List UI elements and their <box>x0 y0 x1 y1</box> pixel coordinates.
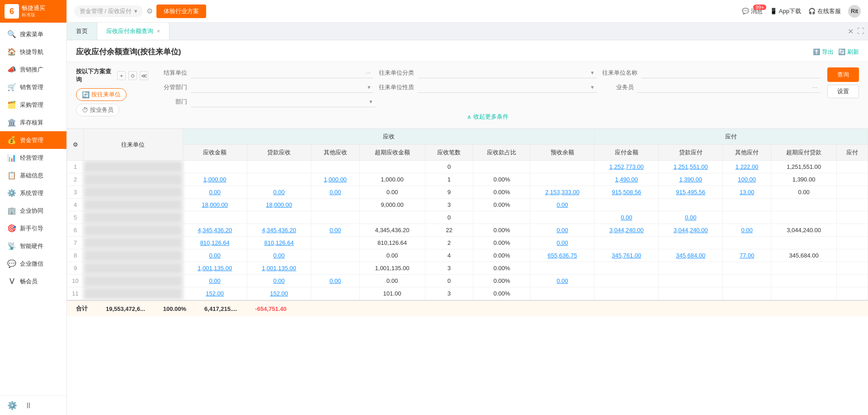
table-cell[interactable]: 100.00 <box>723 173 771 186</box>
sidebar-item-智能硬件[interactable]: 📡智能硬件 <box>0 237 66 255</box>
sidebar-item-采购管理[interactable]: 🗂️采购管理 <box>0 96 66 114</box>
table-cell[interactable]: 0.00 <box>530 224 594 237</box>
table-cell[interactable]: 18,000.00 <box>183 199 247 211</box>
table-cell[interactable]: 345,684.00 <box>659 249 723 262</box>
table-cell[interactable]: 1,222.00 <box>723 161 771 173</box>
table-cell[interactable]: 1,001,135.00 <box>247 262 311 275</box>
table-cell[interactable]: 0.00 <box>530 275 594 287</box>
table-cell[interactable]: 3,044,240.00 <box>594 224 659 237</box>
table-cell: 1,001,135.00 <box>359 262 425 275</box>
sidebar-item-库存核算[interactable]: 🏛️库存核算 <box>0 114 66 131</box>
table-cell[interactable]: 1,390.00 <box>659 173 723 186</box>
table-cell[interactable]: 0.00 <box>311 275 359 287</box>
table-cell[interactable]: 915,508.56 <box>594 186 659 199</box>
table-cell[interactable]: 0.00 <box>247 249 311 262</box>
export-button[interactable]: ⬆️ 导出 <box>813 48 834 56</box>
collapse-filter-icon[interactable]: ≪ <box>140 71 148 80</box>
table-cell[interactable]: 810,126.64 <box>183 237 247 249</box>
sidebar-item-基础信息[interactable]: 📋基础信息 <box>0 167 66 184</box>
settings-filter-icon[interactable]: ⊙ <box>128 71 137 80</box>
table-cell: 0 <box>425 211 473 224</box>
schema-partner-unit[interactable]: 🔄 按往来单位 <box>76 88 127 101</box>
sidebar-item-资金管理[interactable]: 💰资金管理 <box>0 131 66 149</box>
partner-category-select[interactable]: ▾ <box>418 67 597 78</box>
sidebar-collapse-icon[interactable]: ⏸ <box>24 401 33 410</box>
table-cell[interactable]: 0.00 <box>247 275 311 287</box>
settlement-unit-input[interactable]: ··· <box>191 67 373 78</box>
table-cell[interactable]: 0.00 <box>183 186 247 199</box>
table-cell[interactable]: 0.00 <box>530 237 594 249</box>
table-cell[interactable]: 1,490.00 <box>594 173 659 186</box>
sidebar-item-营销推广[interactable]: 📣营销推广 <box>0 61 66 78</box>
table-cell[interactable]: 1,252,773.00 <box>594 161 659 173</box>
sidebar-item-畅会员[interactable]: Ⅴ畅会员 <box>0 272 66 290</box>
sidebar-settings-icon[interactable]: ⚙️ <box>7 401 17 410</box>
table-cell[interactable]: 4,345,436.20 <box>183 224 247 237</box>
partner-nature-select[interactable]: ▾ <box>418 82 597 93</box>
sidebar-item-快捷导航[interactable]: 🏠快捷导航 <box>0 43 66 61</box>
table-cell[interactable]: 3,044,240.00 <box>659 224 723 237</box>
tab-home[interactable]: 首页 <box>67 23 97 40</box>
col-rec-应收金额: 应收金额 <box>183 145 247 161</box>
collapse-conditions-button[interactable]: ∧ 收起更多条件 <box>156 111 820 123</box>
table-cell[interactable]: 0.00 <box>659 211 723 224</box>
table-cell[interactable]: 810,126.64 <box>247 237 311 249</box>
tab-active[interactable]: 应收应付余额查询 × <box>97 23 170 40</box>
sidebar-item-企业协同[interactable]: 🏢企业协同 <box>0 202 66 219</box>
salesperson-dots-icon[interactable]: ··· <box>812 84 817 91</box>
table-cell[interactable]: 1,000.00 <box>311 173 359 186</box>
avatar[interactable]: Rit <box>848 5 861 18</box>
tab-close-icon[interactable]: × <box>157 28 160 34</box>
nav-icon: 🗂️ <box>7 100 16 109</box>
table-cell <box>837 211 868 224</box>
table-cell[interactable]: 18,000.00 <box>247 199 311 211</box>
table-cell[interactable]: 13.00 <box>723 186 771 199</box>
table-settings-icon[interactable]: ⚙ <box>73 141 78 148</box>
sidebar-item-经营管理[interactable]: 📊经营管理 <box>0 149 66 167</box>
settlement-dots-icon[interactable]: ··· <box>366 69 371 76</box>
table-cell <box>771 275 837 287</box>
filter-salesperson: 业务员 ··· <box>602 82 820 93</box>
online-service-button[interactable]: 🎧 在线客服 <box>808 7 841 15</box>
sidebar-item-新手引导[interactable]: 🎯新手引导 <box>0 219 66 237</box>
table-cell[interactable]: 0.00 <box>530 199 594 211</box>
message-button[interactable]: 💬 消息 99+ <box>742 7 763 15</box>
col-settings-header[interactable]: ⚙ <box>67 129 84 161</box>
settings-button[interactable]: 设置 <box>827 85 859 98</box>
table-cell[interactable]: 77.00 <box>723 249 771 262</box>
table-cell[interactable]: 152.00 <box>247 287 311 300</box>
tab-expand-icon[interactable]: ⛶ <box>857 27 864 35</box>
trial-button[interactable]: 体验行业方案 <box>156 5 206 18</box>
tab-close-window-icon[interactable]: ✕ <box>848 27 854 36</box>
table-cell[interactable]: 1,000.00 <box>183 173 247 186</box>
table-cell[interactable]: 0.00 <box>183 275 247 287</box>
table-cell[interactable]: 2,153,333.00 <box>530 186 594 199</box>
table-cell[interactable]: 0.00 <box>723 224 771 237</box>
table-cell[interactable]: 1,251,551.00 <box>659 161 723 173</box>
add-filter-icon[interactable]: + <box>117 71 126 80</box>
table-cell[interactable]: 152.00 <box>183 287 247 300</box>
table-cell[interactable]: 915,495.56 <box>659 186 723 199</box>
sidebar-item-系统管理[interactable]: ⚙️系统管理 <box>0 184 66 202</box>
department-select[interactable]: ▾ <box>191 96 375 107</box>
table-cell[interactable]: 0.00 <box>247 186 311 199</box>
sidebar-item-搜索菜单[interactable]: 🔍搜索菜单 <box>0 25 66 43</box>
partner-name-input[interactable] <box>641 67 820 78</box>
schema-salesperson[interactable]: ⏱ 按业务员 <box>76 104 119 116</box>
table-cell[interactable]: 0.00 <box>594 211 659 224</box>
division-dept-select[interactable]: ▾ <box>191 82 373 93</box>
table-cell[interactable]: 1,001,135.00 <box>183 262 247 275</box>
refresh-button[interactable]: 🔄 刷新 <box>838 48 859 56</box>
table-cell[interactable]: 345,761.00 <box>594 249 659 262</box>
table-cell[interactable]: 4,345,436.20 <box>247 224 311 237</box>
table-cell[interactable]: 655,636.75 <box>530 249 594 262</box>
table-cell[interactable]: 0.00 <box>183 249 247 262</box>
table-cell[interactable]: 0.00 <box>311 224 359 237</box>
table-cell[interactable]: 0.00 <box>311 186 359 199</box>
salesperson-select[interactable]: ··· <box>637 82 820 93</box>
app-download-button[interactable]: 📱 App下载 <box>770 7 801 15</box>
query-button[interactable]: 查询 <box>827 67 859 82</box>
header-settings-icon[interactable]: ⚙ <box>146 7 153 15</box>
sidebar-item-销售管理[interactable]: 🛒销售管理 <box>0 78 66 96</box>
sidebar-item-企业微信[interactable]: 💬企业微信 <box>0 255 66 272</box>
